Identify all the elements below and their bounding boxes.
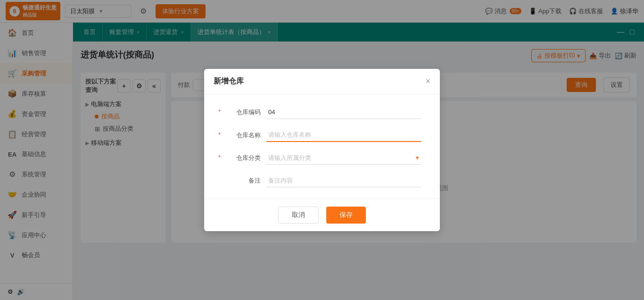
modal-header: 新增仓库 ×	[204, 69, 440, 94]
save-button[interactable]: 保存	[326, 207, 366, 224]
modal-body: 仓库编码 04 仓库名称 仓库分类 ▾ 备注	[204, 94, 440, 199]
note-input[interactable]	[266, 174, 421, 187]
category-chevron-icon: ▾	[416, 154, 419, 161]
modal-close-button[interactable]: ×	[425, 76, 430, 86]
note-label: 备注	[223, 176, 261, 185]
new-warehouse-modal: 新增仓库 × 仓库编码 04 仓库名称 仓库分类 ▾ 备注	[204, 69, 440, 231]
form-row-note: 备注	[223, 174, 421, 187]
name-input[interactable]	[266, 128, 421, 142]
form-row-code: 仓库编码 04	[223, 106, 421, 119]
form-row-name: 仓库名称	[223, 128, 421, 142]
cancel-button[interactable]: 取消	[278, 207, 319, 224]
name-label: 仓库名称	[223, 131, 261, 140]
form-row-category: 仓库分类 ▾	[223, 151, 421, 165]
code-label: 仓库编码	[223, 108, 261, 117]
modal-title: 新增仓库	[214, 76, 244, 86]
modal-overlay[interactable]: 新增仓库 × 仓库编码 04 仓库名称 仓库分类 ▾ 备注	[0, 0, 644, 300]
code-value[interactable]: 04	[266, 106, 421, 119]
modal-footer: 取消 保存	[204, 199, 440, 231]
category-select[interactable]: ▾	[266, 151, 421, 165]
category-label: 仓库分类	[223, 154, 261, 162]
category-input[interactable]	[268, 154, 416, 161]
